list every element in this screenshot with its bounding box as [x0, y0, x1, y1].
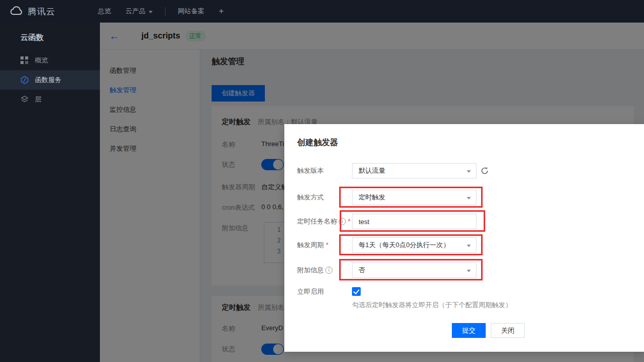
version-value: 默认流量 [359, 166, 385, 175]
dropdown-caret-icon [467, 245, 471, 247]
sidebar-item-label: 函数服务 [35, 75, 61, 85]
refresh-icon[interactable] [481, 167, 489, 175]
topbar: 腾讯云 总览 云产品 网站备案 + [0, 0, 644, 23]
brand[interactable]: 腾讯云 [0, 6, 91, 17]
field-label-method: 触发方式 [297, 190, 324, 205]
create-trigger-modal: 创建触发器 触发版本 默认流量 触发方式 定时触发 定时任务名称 * test … [284, 124, 644, 352]
nav-add-button[interactable]: + [212, 6, 231, 16]
method-select[interactable]: 定时触发 [352, 190, 476, 205]
extra-label: 附加信息 [297, 263, 324, 278]
field-label-task-name: 定时任务名称 * [297, 214, 350, 229]
grid-icon [20, 56, 29, 65]
submit-button[interactable]: 提交 [452, 323, 486, 338]
period-value: 每1天（每天0点0分执行一次） [359, 240, 450, 250]
tencent-cloud-logo-icon [9, 6, 24, 16]
field-label-version: 触发版本 [297, 163, 324, 178]
sidebar-item-overview[interactable]: 概览 [0, 51, 100, 70]
period-select[interactable]: 每1天（每天0点0分执行一次） [352, 237, 476, 253]
task-name-input[interactable]: test [352, 214, 476, 229]
extra-value: 否 [359, 266, 365, 275]
nav-products[interactable]: 云产品 [118, 7, 160, 16]
dropdown-caret-icon [467, 270, 471, 272]
required-asterisk: * [326, 237, 328, 253]
required-asterisk: * [348, 214, 350, 229]
function-service-icon [20, 76, 29, 84]
chevron-down-icon [149, 11, 153, 13]
nav-divider [165, 7, 165, 15]
field-label-enable: 立即启用 [297, 284, 324, 299]
enable-checkbox[interactable] [352, 287, 361, 296]
nav-beian[interactable]: 网站备案 [171, 7, 212, 16]
top-nav: 总览 云产品 网站备案 + [91, 6, 231, 16]
info-icon[interactable] [325, 267, 333, 274]
extra-select[interactable]: 否 [352, 263, 476, 278]
task-name-label: 定时任务名称 [297, 214, 337, 229]
field-label-extra: 附加信息 [297, 263, 333, 278]
dropdown-caret-icon [467, 170, 471, 173]
info-icon[interactable] [339, 218, 346, 225]
sidebar-title: 云函数 [0, 23, 100, 51]
nav-overview[interactable]: 总览 [91, 7, 118, 16]
brand-name: 腾讯云 [28, 6, 55, 17]
method-value: 定时触发 [359, 193, 385, 202]
nav-products-label: 云产品 [126, 7, 146, 16]
close-button[interactable]: 关闭 [491, 323, 525, 338]
dropdown-caret-icon [467, 197, 471, 199]
sidebar-item-label: 概览 [35, 56, 48, 65]
modal-title: 创建触发器 [297, 137, 338, 148]
sidebar-item-function-service[interactable]: 函数服务 [0, 70, 100, 90]
sidebar-item-label: 层 [35, 95, 41, 104]
sidebar: 云函数 概览 函数服务 层 [0, 23, 100, 362]
layers-icon [20, 95, 29, 104]
period-label: 触发周期 [297, 237, 324, 253]
sidebar-item-layers[interactable]: 层 [0, 90, 100, 109]
version-select[interactable]: 默认流量 [352, 163, 476, 178]
field-label-period: 触发周期 * [297, 237, 328, 253]
screen: 腾讯云 总览 云产品 网站备案 + 云函数 概览 函数服务 [0, 0, 644, 362]
enable-helper-text: 勾选后定时触发器将立即开启（于下个配置周期触发） [352, 300, 512, 310]
